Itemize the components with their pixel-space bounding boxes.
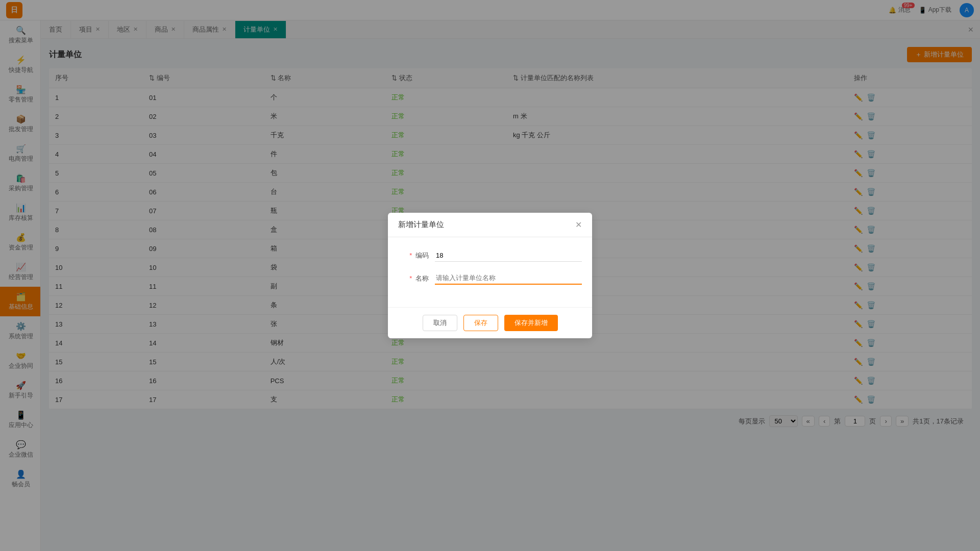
form-row-code: * 编码 [398, 249, 582, 262]
save-and-new-button[interactable]: 保存并新增 [504, 315, 558, 331]
add-unit-modal: 新增计量单位 ✕ * 编码 * 名称 取消 保存 保存并新增 [388, 213, 592, 338]
modal-header: 新增计量单位 ✕ [388, 213, 592, 237]
form-code-label: * 编码 [398, 251, 429, 260]
save-button[interactable]: 保存 [463, 315, 498, 331]
required-mark-code: * [409, 252, 412, 259]
modal-body: * 编码 * 名称 [388, 237, 592, 307]
form-row-name: * 名称 [398, 272, 582, 285]
name-input[interactable] [435, 272, 582, 285]
modal-title: 新增计量单位 [398, 220, 444, 230]
modal-footer: 取消 保存 保存并新增 [388, 307, 592, 338]
required-mark-name: * [409, 274, 412, 282]
form-name-label: * 名称 [398, 274, 429, 283]
modal-close-button[interactable]: ✕ [575, 220, 582, 230]
code-input[interactable] [435, 249, 582, 262]
cancel-button[interactable]: 取消 [423, 315, 457, 331]
modal-overlay: 新增计量单位 ✕ * 编码 * 名称 取消 保存 保存并新增 [0, 0, 980, 551]
